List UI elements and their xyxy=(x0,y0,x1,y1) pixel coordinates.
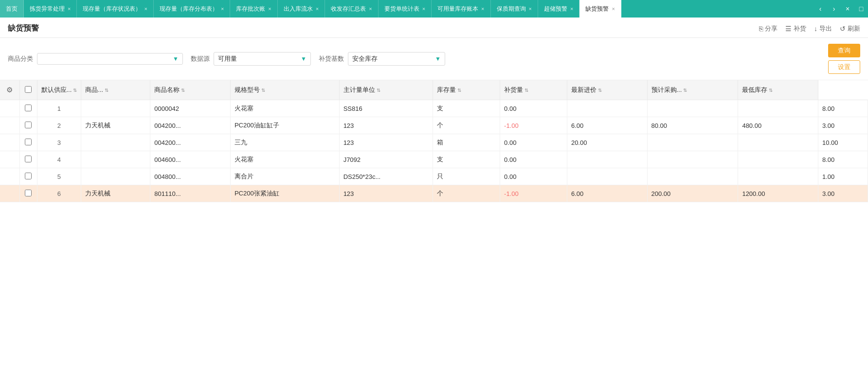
row-spec-3: J7092 xyxy=(339,151,433,168)
replenish-base-select[interactable]: 安全库存 ▼ xyxy=(348,52,445,66)
row-stock-5: -1.00 xyxy=(500,185,567,202)
row-goods-code-1: 004200... xyxy=(150,117,231,134)
datasource-dropdown-icon: ▼ xyxy=(301,55,307,62)
tab-close-8[interactable]: × xyxy=(481,6,484,12)
col-header-replenish-qty[interactable]: 补货量 ⇅ xyxy=(500,80,567,100)
tab-close-7[interactable]: × xyxy=(422,6,425,12)
col-header-unit[interactable]: 主计量单位 ⇅ xyxy=(339,80,433,100)
col-header-goods-code[interactable]: 商品... ⇅ xyxy=(81,80,150,100)
row-checkbox-1[interactable] xyxy=(25,122,32,128)
tab-order-stats[interactable]: 要货单统计表 × xyxy=(379,0,432,18)
row-latest-price-0 xyxy=(647,100,738,117)
row-spec-0: SS816 xyxy=(339,100,433,117)
row-goods-name-4: 离合片 xyxy=(230,168,339,185)
select-all-checkbox[interactable] xyxy=(25,86,32,93)
tab-bar: 首页 拣货异常处理 × 现存量（库存状况表） × 现存量（库存分布表） × 库存… xyxy=(0,0,868,18)
row-unit-4: 只 xyxy=(433,168,500,185)
tab-close-6[interactable]: × xyxy=(369,6,372,12)
row-checkbox-2[interactable] xyxy=(25,139,32,145)
tab-close-4[interactable]: × xyxy=(268,6,271,12)
tab-inventory-status[interactable]: 现存量（库存状况表） × xyxy=(77,0,153,18)
tab-close-2[interactable]: × xyxy=(144,6,147,12)
row-checkbox-cell[interactable] xyxy=(19,134,37,151)
col-header-min-stock[interactable]: 最低库存 ⇅ xyxy=(738,80,818,100)
row-goods-code-5: 801110... xyxy=(150,185,231,202)
table-header-row: ⚙ 默认供应... ⇅ 商品... ⇅ xyxy=(0,80,868,100)
col-header-stock[interactable]: 库存量 ⇅ xyxy=(433,80,500,100)
row-checkbox-cell[interactable] xyxy=(19,100,37,117)
row-supplier-1: 力天机械 xyxy=(81,117,150,134)
row-stock-0: 0.00 xyxy=(500,100,567,117)
tab-close-3[interactable]: × xyxy=(221,6,224,12)
row-est-purchase-2 xyxy=(738,134,818,151)
row-goods-name-5: PC200张紧油缸 xyxy=(230,185,339,202)
sort-est-purchase-icon: ⇅ xyxy=(683,88,687,93)
row-unit-0: 支 xyxy=(433,100,500,117)
tab-close-11[interactable]: × xyxy=(612,6,615,12)
tab-overstock[interactable]: 超储预警 × xyxy=(538,0,579,18)
row-checkbox-4[interactable] xyxy=(25,173,32,179)
share-button[interactable]: ⎘ 分享 xyxy=(759,24,778,33)
row-supplier-2 xyxy=(81,134,150,151)
row-settings-cell xyxy=(0,151,19,168)
row-index-5: 6 xyxy=(37,185,81,202)
replenish-button[interactable]: ☰ 补货 xyxy=(785,24,806,33)
tab-next-button[interactable]: › xyxy=(827,0,841,18)
tab-batch-account[interactable]: 库存批次账 × xyxy=(230,0,277,18)
query-button[interactable]: 查询 xyxy=(828,44,860,57)
row-est-purchase-3 xyxy=(738,151,818,168)
tab-close-9[interactable]: × xyxy=(529,6,532,12)
col-header-supplier[interactable]: 默认供应... ⇅ xyxy=(37,80,81,100)
tab-fullscreen-button[interactable]: □ xyxy=(854,0,868,18)
tab-prev-button[interactable]: ‹ xyxy=(814,0,827,18)
row-index-1: 2 xyxy=(37,117,81,134)
tab-shortage[interactable]: 缺货预警 × xyxy=(579,0,621,18)
row-unit-1: 个 xyxy=(433,117,500,134)
tab-close-10[interactable]: × xyxy=(570,6,573,12)
col-header-latest-price[interactable]: 最新进价 ⇅ xyxy=(567,80,647,100)
table-settings-gear-icon[interactable]: ⚙ xyxy=(5,85,15,95)
datasource-select[interactable]: 可用量 ▼ xyxy=(214,52,311,66)
table-row: 3 004200... 三九 123 箱 0.00 20.00 10.00 xyxy=(0,134,868,151)
page-content: 缺货预警 ⎘ 分享 ☰ 补货 ↓ 导出 ↺ 刷新 商品分类 xyxy=(0,18,868,387)
row-checkbox-0[interactable] xyxy=(25,105,32,111)
tab-quality-period[interactable]: 保质期查询 × xyxy=(491,0,538,18)
category-select[interactable]: ▼ xyxy=(37,53,183,65)
row-checkbox-3[interactable] xyxy=(25,156,32,162)
settings-button[interactable]: 设置 xyxy=(828,60,860,74)
tab-close-all-button[interactable]: × xyxy=(841,0,854,18)
row-checkbox-cell[interactable] xyxy=(19,168,37,185)
col-header-goods-name[interactable]: 商品名称 ⇅ xyxy=(150,80,231,100)
tab-summary[interactable]: 收发存汇总表 × xyxy=(325,0,378,18)
col-header-settings[interactable]: ⚙ xyxy=(0,80,19,100)
sort-min-stock-icon: ⇅ xyxy=(769,88,773,93)
table-row: 5 004800... 离合片 DS250*23c... 只 0.00 1.00 xyxy=(0,168,868,185)
tab-close-1[interactable]: × xyxy=(68,6,71,12)
tab-available-stock[interactable]: 可用量库存账本 × xyxy=(432,0,490,18)
tab-home[interactable]: 首页 xyxy=(0,0,24,18)
export-button[interactable]: ↓ 导出 xyxy=(814,24,832,33)
refresh-button[interactable]: ↺ 刷新 xyxy=(840,24,860,33)
replenish-base-filter-group: 补货基数 安全库存 ▼ xyxy=(319,52,445,66)
row-replenish-qty-4 xyxy=(567,168,647,185)
col-header-spec[interactable]: 规格型号 ⇅ xyxy=(230,80,339,100)
row-goods-code-2: 004200... xyxy=(150,134,231,151)
row-stock-2: 0.00 xyxy=(500,134,567,151)
col-header-est-purchase[interactable]: 预计采购... ⇅ xyxy=(647,80,738,100)
row-index-4: 5 xyxy=(37,168,81,185)
row-checkbox-cell[interactable] xyxy=(19,151,37,168)
sort-goods-name-icon: ⇅ xyxy=(181,88,185,93)
sort-latest-price-icon: ⇅ xyxy=(598,88,602,93)
tab-pick-exception[interactable]: 拣货异常处理 × xyxy=(24,0,77,18)
tab-inout-flow[interactable]: 出入库流水 × xyxy=(278,0,325,18)
category-dropdown-icon: ▼ xyxy=(173,55,179,62)
tab-close-5[interactable]: × xyxy=(316,6,319,12)
col-header-checkbox[interactable] xyxy=(19,80,37,100)
category-filter-group: 商品分类 ▼ xyxy=(8,53,183,65)
row-checkbox-cell[interactable] xyxy=(19,185,37,202)
tab-inventory-dist[interactable]: 现存量（库存分布表） × xyxy=(154,0,230,18)
row-checkbox-5[interactable] xyxy=(25,190,32,196)
row-latest-price-2 xyxy=(647,134,738,151)
tab-nav-buttons: ‹ › × □ xyxy=(814,0,868,18)
row-checkbox-cell[interactable] xyxy=(19,117,37,134)
